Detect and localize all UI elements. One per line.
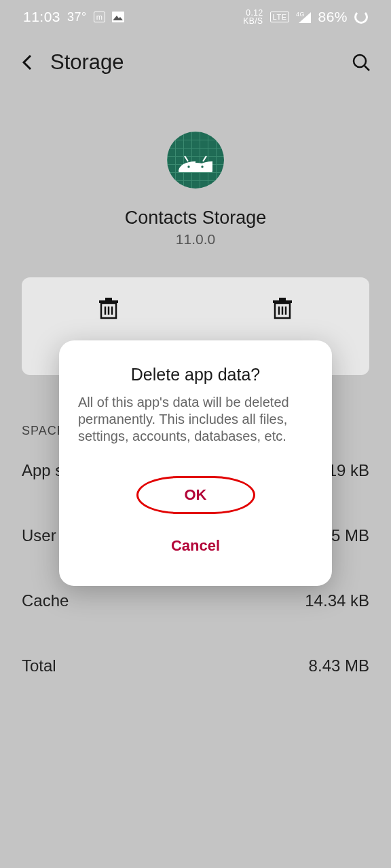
page-title: Storage [50, 50, 337, 75]
dialog-title: Delete app data? [78, 365, 313, 384]
svg-rect-0 [112, 12, 124, 22]
cancel-button[interactable]: Cancel [78, 537, 313, 555]
clear-cache-icon[interactable] [273, 298, 292, 319]
svg-line-9 [203, 156, 206, 161]
signal-4g-icon: 4G [296, 11, 311, 23]
row-value: 8.43 MB [309, 656, 369, 675]
gallery-icon [112, 12, 124, 22]
search-icon[interactable] [352, 53, 371, 72]
ok-button[interactable]: OK [136, 476, 255, 514]
svg-point-4 [354, 55, 366, 67]
row-total: Total 8.43 MB [0, 633, 391, 698]
svg-line-8 [185, 156, 188, 161]
svg-line-5 [365, 66, 369, 71]
memo-icon: m [94, 12, 106, 22]
data-speed: 0.12KB/S [243, 9, 263, 25]
svg-rect-21 [279, 298, 286, 300]
status-time: 11:03 [23, 9, 60, 25]
app-toolbar: Storage [0, 34, 391, 91]
app-version: 11.0.0 [0, 231, 391, 248]
battery-pct: 86% [318, 9, 348, 25]
svg-rect-15 [105, 298, 112, 300]
clear-storage-icon[interactable] [99, 298, 118, 319]
app-name: Contacts Storage [0, 208, 391, 229]
svg-rect-14 [99, 300, 118, 303]
svg-text:4G: 4G [296, 11, 305, 18]
volte-icon: LTE [270, 12, 290, 22]
row-label: Total [22, 656, 56, 675]
back-icon[interactable] [20, 54, 35, 71]
svg-point-6 [187, 165, 189, 167]
status-temp: 37° [67, 10, 87, 24]
loading-spinner-icon [354, 10, 368, 24]
row-value: 14.34 kB [305, 591, 369, 610]
svg-rect-20 [273, 300, 292, 303]
app-icon [167, 132, 224, 189]
confirm-dialog: Delete app data? All of this app's data … [59, 340, 332, 586]
dialog-message: All of this app's data will be deleted p… [78, 394, 313, 445]
status-bar: 11:03 37° m 0.12KB/S LTE 4G 86% [0, 0, 391, 34]
row-label: Cache [22, 591, 69, 610]
svg-point-7 [201, 165, 203, 167]
